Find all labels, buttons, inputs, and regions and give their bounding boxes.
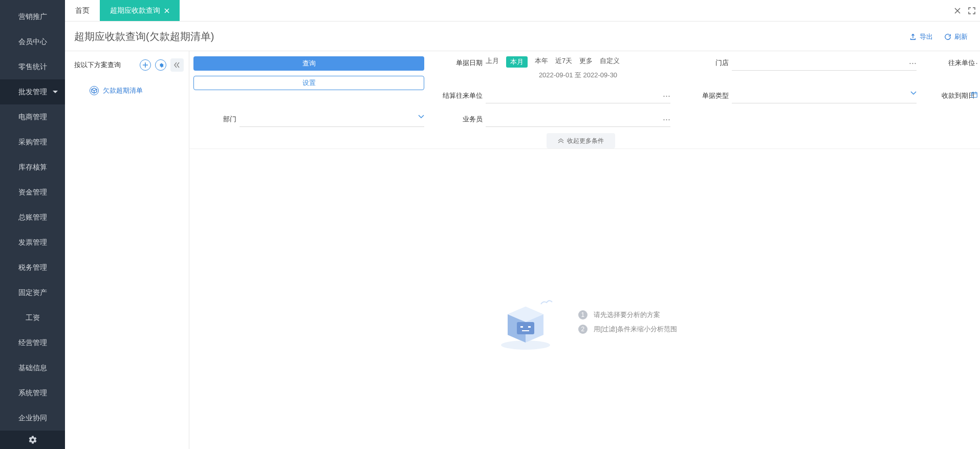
field-department: 部门 xyxy=(193,113,424,127)
plan-cube-icon xyxy=(90,86,99,95)
more-icon[interactable]: ··· xyxy=(663,91,670,100)
department-select[interactable] xyxy=(239,113,424,127)
step-text-1: 请先选择要分析的方案 xyxy=(594,310,660,319)
field-settle-partner: 结算往来单位 ··· xyxy=(440,89,670,103)
chip-custom[interactable]: 自定义 xyxy=(600,56,620,68)
sidebar-item-funds[interactable]: 资金管理 xyxy=(0,180,65,205)
collapse-text: 收起更多条件 xyxy=(567,137,604,145)
filter-area: 单据日期 上月 本月 本年 近7天 更多 自定义 2022-09-01 至 20… xyxy=(189,51,980,449)
sidebar-item-collab[interactable]: 企业协同 xyxy=(0,405,65,431)
export-label: 导出 xyxy=(920,32,933,41)
sidebar: 营销推广 会员中心 零售统计 批发管理 电商管理 采购管理 库存核算 资金管理 … xyxy=(0,0,65,449)
collapse-filters-button[interactable]: 收起更多条件 xyxy=(547,133,615,148)
label-store: 门店 xyxy=(686,56,729,68)
sidebar-item-retail-stats[interactable]: 零售统计 xyxy=(0,54,65,79)
plan-add-button[interactable] xyxy=(140,59,151,71)
sidebar-item-salary[interactable]: 工资 xyxy=(0,305,65,330)
empty-step-2: 2 用[过滤]条件来缩小分析范围 xyxy=(578,325,677,334)
plan-collapse-button[interactable] xyxy=(170,58,184,72)
collapse-bar: 收起更多条件 xyxy=(193,133,968,148)
sidebar-settings-button[interactable] xyxy=(0,431,65,449)
export-button[interactable]: 导出 xyxy=(909,32,933,41)
label-bill-type: 单据类型 xyxy=(686,89,729,100)
step-text-2: 用[过滤]条件来缩小分析范围 xyxy=(594,325,677,334)
more-icon[interactable]: ··· xyxy=(970,58,978,68)
filters: 单据日期 上月 本月 本年 近7天 更多 自定义 2022-09-01 至 20… xyxy=(189,51,980,149)
tab-home[interactable]: 首页 xyxy=(65,0,100,21)
label-settle-partner: 结算往来单位 xyxy=(440,89,483,100)
plus-icon xyxy=(143,62,148,68)
sidebar-item-inventory[interactable]: 库存核算 xyxy=(0,155,65,180)
caret-down-icon xyxy=(53,91,58,94)
chevron-down-icon[interactable] xyxy=(910,91,917,95)
label-partner: 往来单位 xyxy=(932,56,975,68)
sidebar-item-basic-info[interactable]: 基础信息 xyxy=(0,355,65,380)
sidebar-item-ledger[interactable]: 总账管理 xyxy=(0,205,65,230)
sidebar-item-wholesale[interactable]: 批发管理 xyxy=(0,79,65,104)
chip-last-month[interactable]: 上月 xyxy=(486,56,499,68)
svg-rect-5 xyxy=(522,330,529,331)
tab-label: 超期应收款查询 xyxy=(110,6,160,15)
calendar-icon[interactable] xyxy=(971,91,978,98)
sidebar-item-members[interactable]: 会员中心 xyxy=(0,29,65,54)
refresh-icon xyxy=(944,33,951,40)
more-icon[interactable]: ··· xyxy=(909,58,917,68)
store-input[interactable]: ··· xyxy=(732,56,917,71)
settings-button[interactable]: 设置 xyxy=(193,76,424,90)
chevron-up-double-icon xyxy=(558,138,564,143)
tab-overdue-receivables[interactable]: 超期应收款查询 xyxy=(100,0,180,21)
field-salesman: 业务员 ··· xyxy=(440,113,670,127)
fullscreen-button[interactable] xyxy=(968,7,976,15)
field-receive-due-date: 收款到期日 xyxy=(932,89,968,103)
chevron-left-icon xyxy=(174,62,180,68)
field-bill-date: 单据日期 上月 本月 本年 近7天 更多 自定义 2022-09-01 至 20… xyxy=(440,56,670,80)
chip-this-month[interactable]: 本月 xyxy=(506,56,528,68)
query-button[interactable]: 查询 xyxy=(193,56,424,71)
sidebar-item-business[interactable]: 经营管理 xyxy=(0,330,65,355)
plan-item-label: 欠款超期清单 xyxy=(103,86,143,95)
empty-steps: 1 请先选择要分析的方案 2 用[过滤]条件来缩小分析范围 xyxy=(578,310,677,334)
plan-item-overdue[interactable]: 欠款超期清单 xyxy=(90,86,184,95)
sidebar-item-marketing[interactable]: 营销推广 xyxy=(0,4,65,29)
refresh-label: 刷新 xyxy=(954,32,968,41)
bill-type-select[interactable] xyxy=(732,89,917,103)
sidebar-item-invoice[interactable]: 发票管理 xyxy=(0,230,65,255)
header-actions: 导出 刷新 xyxy=(909,32,968,41)
settle-partner-input[interactable]: ··· xyxy=(486,89,670,103)
empty-state: 1 请先选择要分析的方案 2 用[过滤]条件来缩小分析范围 xyxy=(189,149,980,449)
field-bill-type: 单据类型 xyxy=(686,89,917,103)
refresh-button[interactable]: 刷新 xyxy=(944,32,968,41)
field-store: 门店 ··· xyxy=(686,56,917,71)
empty-step-1: 1 请先选择要分析的方案 xyxy=(578,310,677,319)
salesman-input[interactable]: ··· xyxy=(486,113,670,127)
close-icon[interactable] xyxy=(164,8,169,13)
sidebar-item-tax[interactable]: 税务管理 xyxy=(0,255,65,280)
tab-close-all-button[interactable] xyxy=(953,7,962,15)
label-salesman: 业务员 xyxy=(440,113,483,124)
empty-illustration xyxy=(492,291,559,353)
date-range-text: 2022-09-01 至 2022-09-30 xyxy=(486,71,670,80)
more-icon[interactable]: ··· xyxy=(663,115,670,124)
sidebar-item-fixed-assets[interactable]: 固定资产 xyxy=(0,280,65,305)
page-header: 超期应收款查询(欠款超期清单) 导出 刷新 xyxy=(65,22,980,51)
plan-header: 按以下方案查询 xyxy=(74,58,184,72)
svg-rect-3 xyxy=(520,326,523,328)
sidebar-item-purchase[interactable]: 采购管理 xyxy=(0,130,65,155)
chip-more[interactable]: 更多 xyxy=(579,56,593,68)
chip-this-year[interactable]: 本年 xyxy=(535,56,548,68)
step-number-2: 2 xyxy=(578,325,587,334)
label-receive-due-date: 收款到期日 xyxy=(932,89,975,100)
chip-last-7-days[interactable]: 近7天 xyxy=(555,56,572,68)
field-partner: 往来单位 ··· xyxy=(932,56,968,71)
sidebar-item-system[interactable]: 系统管理 xyxy=(0,380,65,405)
chevron-down-icon[interactable] xyxy=(418,115,424,119)
tabs-bar: 首页 超期应收款查询 xyxy=(65,0,980,22)
plan-title: 按以下方案查询 xyxy=(74,60,121,70)
action-column: 查询 设置 xyxy=(193,56,424,90)
plan-settings-button[interactable] xyxy=(155,59,166,71)
sidebar-item-ecommerce[interactable]: 电商管理 xyxy=(0,104,65,130)
plan-panel: 按以下方案查询 xyxy=(65,51,189,449)
label-department: 部门 xyxy=(193,113,236,124)
sidebar-menu: 营销推广 会员中心 零售统计 批发管理 电商管理 采购管理 库存核算 资金管理 … xyxy=(0,0,65,431)
gear-icon xyxy=(158,62,164,68)
